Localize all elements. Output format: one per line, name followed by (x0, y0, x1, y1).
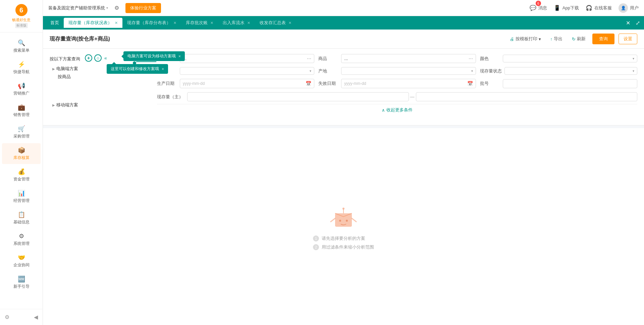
service-icon: 🎧 (586, 5, 592, 11)
refresh-btn[interactable]: ↻ 刷新 (569, 35, 588, 43)
sidebar-item-quicknav[interactable]: ⚡ 快捷导航 (2, 57, 41, 78)
sidebar-item-basic-info[interactable]: 📋 基础信息 (2, 208, 41, 228)
sidebar-item-finance[interactable]: 💰 资金管理 (2, 165, 41, 185)
query-btn[interactable]: 查询 (592, 34, 614, 44)
management-icon: 📊 (18, 189, 25, 197)
stock-qty-to-input[interactable] (416, 92, 638, 101)
service-action[interactable]: 🎧 在线客服 (586, 5, 612, 11)
sidebar-item-newguide[interactable]: 🆕 新手引导 (2, 272, 41, 293)
collapse-conditions-btn[interactable]: ∧ 收起更多条件 (157, 104, 637, 116)
tab-in-out-flow-close[interactable]: ✕ (247, 21, 250, 25)
empty-illustration (327, 203, 360, 230)
tab-stock-status-close[interactable]: ✕ (115, 21, 118, 25)
scheme-circle-btn[interactable]: ○ (94, 54, 102, 62)
expire-date-input[interactable]: yyyy-mm-dd 📅 (341, 79, 476, 88)
experience-btn[interactable]: 体验行业方案 (125, 3, 161, 13)
logo-badge: 标准版 (15, 23, 28, 28)
sidebar-item-search[interactable]: 🔍 搜索菜单 (2, 36, 41, 57)
tab-recv-send[interactable]: 收发存汇总表 ✕ (255, 18, 296, 28)
produce-date-calendar-icon[interactable]: 📅 (306, 81, 311, 86)
tooltip-edit-text: 这里可以创建和修改方案哦 (111, 66, 159, 72)
filter-label: 按以下方案查询 (50, 54, 80, 62)
sidebar-item-management[interactable]: 📊 经营管理 (2, 186, 41, 207)
sales-icon: 💼 (18, 104, 25, 111)
size-select[interactable]: ▾ (180, 67, 314, 75)
export-btn[interactable]: ↑ 导出 (548, 35, 566, 43)
sidebar-item-sales[interactable]: 💼 销售管理 (2, 100, 41, 121)
origin-select[interactable]: ▾ (341, 67, 476, 75)
app-download-action[interactable]: 📱 App下载 (554, 5, 579, 11)
tab-stock-dist[interactable]: 现存量（库存分布表） ✕ (122, 18, 181, 28)
tab-expand-btn[interactable]: ⤢ (634, 18, 641, 28)
scheme-arrow-btn[interactable]: « (104, 55, 108, 61)
search-icon: 🔍 (18, 39, 25, 47)
sidebar-nav: 🔍 搜索菜单 ⚡ 快捷导航 📢 营销推广 💼 销售管理 🛒 采购管理 📦 库存核… (0, 33, 43, 309)
filter-row-2: 尺码 ▾ 产地 ▾ (157, 67, 637, 75)
expire-date-label: 失效日期 (318, 80, 338, 87)
print-btn[interactable]: 🖨 按模板打印 ▾ (507, 35, 544, 43)
sidebar-item-enterprise[interactable]: 🤝 企业协同 (2, 251, 41, 271)
finance-icon: 💰 (18, 168, 25, 175)
sidebar-item-inventory[interactable]: 📦 库存核算 (2, 143, 41, 164)
step-1-num: 1 (313, 235, 319, 241)
expire-date-calendar-icon[interactable]: 📅 (467, 81, 473, 86)
filter-origin: 产地 ▾ (318, 67, 476, 75)
user-action[interactable]: 👤 用户 (619, 3, 639, 13)
tooltip-edit: 这里可以创建和修改方案哦 × (107, 64, 168, 74)
tooltip-pc-close[interactable]: × (178, 54, 181, 59)
header-settings-btn[interactable]: ⚙ (112, 3, 121, 13)
tab-in-out-flow[interactable]: 出入库流水 ✕ (218, 18, 255, 28)
color-select[interactable]: ▾ (503, 55, 637, 62)
user-label: 用户 (630, 5, 639, 11)
filter-stock-status: 现存量状态 ▾ (480, 67, 637, 75)
sidebar-item-marketing[interactable]: 📢 营销推广 (2, 79, 41, 100)
tab-close-all-btn[interactable]: ✕ (625, 18, 632, 28)
tooltip-pc-text: 电脑方案可设为移动方案哦 (127, 53, 176, 59)
quicknav-icon: ⚡ (18, 61, 25, 68)
stock-status-label: 现存量状态 (480, 68, 502, 74)
sidebar-settings-btn[interactable]: ⚙ (3, 313, 11, 322)
scheme-item-mobile[interactable]: ▶ 移动端方案 (52, 101, 150, 109)
tab-stock-batch[interactable]: 库存批次账 ✕ (181, 18, 218, 28)
sidebar-collapse-btn[interactable]: ◀ (33, 313, 39, 322)
batch-no-input[interactable] (503, 79, 637, 88)
color-label: 颜色 (480, 56, 500, 62)
tab-recv-send-close[interactable]: ✕ (288, 21, 291, 25)
stock-qty-from-input[interactable] (187, 92, 409, 101)
filter-row-3: 生产日期 yyyy-mm-dd 📅 失效日期 yyyy-mm-dd 📅 (157, 79, 637, 88)
tab-home[interactable]: 首页 (46, 18, 64, 28)
header-right: 💬 消息 6 📱 App下载 🎧 在线客服 👤 用户 (530, 3, 639, 13)
system-title-select[interactable]: 装备及固定资产辅助管理系统 ▾ (48, 5, 108, 11)
scheme-add-btn[interactable]: + (85, 54, 92, 62)
filter-row-4: 现存量（主） — (157, 92, 637, 101)
stock-status-arrow-icon: ▾ (633, 69, 634, 73)
tab-stock-dist-close[interactable]: ✕ (173, 21, 176, 25)
sidebar-item-label: 新手引导 (13, 284, 30, 289)
svg-point-2 (346, 220, 348, 222)
settings-action-btn[interactable]: 设置 (619, 34, 637, 44)
print-label: 按模板打印 (516, 36, 537, 42)
produce-date-input[interactable]: yyyy-mm-dd 📅 (180, 79, 314, 88)
sidebar-item-purchase[interactable]: 🛒 采购管理 (2, 122, 41, 143)
purchase-icon: 🛒 (18, 125, 25, 132)
warehouse-select[interactable]: ... ⋯ (180, 54, 314, 63)
goods-select[interactable]: ... ⋯ (341, 54, 476, 63)
filter-row-1: 仓库 ... ⋯ 商品 ... ⋯ (157, 54, 637, 63)
message-action[interactable]: 💬 消息 6 (530, 5, 547, 11)
scheme-pc-subitem-0[interactable]: 按商品 (58, 73, 150, 81)
tab-stock-status[interactable]: 现存量（库存状况表） ✕ (64, 18, 122, 28)
origin-label: 产地 (318, 68, 338, 74)
tab-stock-batch-close[interactable]: ✕ (210, 21, 213, 25)
stock-status-select[interactable]: ▾ (504, 67, 637, 75)
tab-recv-send-label: 收发存汇总表 (260, 20, 286, 26)
tooltip-edit-close[interactable]: × (162, 67, 164, 71)
sidebar-item-system[interactable]: ⚙ 系统管理 (2, 229, 41, 250)
page-title: 现存量查询(按仓库+商品) (50, 36, 110, 43)
page-header: 现存量查询(按仓库+商品) 🖨 按模板打印 ▾ ↑ 导出 ↻ 刷新 查询 设置 (43, 30, 644, 49)
color-arrow-icon: ▾ (633, 57, 634, 60)
print-arrow: ▾ (539, 37, 541, 42)
newguide-icon: 🆕 (18, 275, 25, 283)
print-icon: 🖨 (510, 37, 514, 42)
message-icon: 💬 (530, 5, 536, 11)
avatar: 👤 (619, 3, 628, 13)
